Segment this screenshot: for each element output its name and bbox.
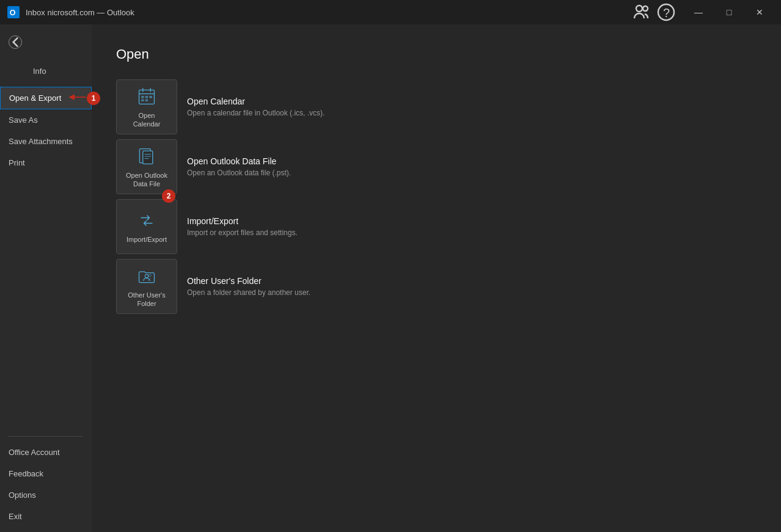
open-data-file-card[interactable]: Open OutlookData File — [116, 139, 177, 194]
sidebar-item-print[interactable]: Print — [0, 152, 92, 173]
svg-rect-12 — [145, 96, 148, 98]
open-data-file-title: Open Outlook Data File — [187, 156, 757, 166]
open-data-file-card-label: Open OutlookData File — [123, 171, 170, 189]
open-data-file-icon — [136, 145, 158, 167]
annotation-badge-1: 1 — [87, 92, 100, 105]
open-calendar-desc: Open a calendar file in Outlook (.ics, .… — [187, 109, 757, 117]
open-calendar-text: Open Calendar Open a calendar file in Ou… — [187, 97, 757, 117]
import-export-card[interactable]: Import/Export — [116, 199, 177, 254]
open-calendar-icon — [136, 86, 158, 107]
outlook-logo: O — [7, 6, 20, 18]
titlebar-title: Inbox nicrosoft.com — Outlook — [26, 8, 134, 17]
titlebar-left: O Inbox nicrosoft.com — Outlook — [7, 6, 134, 18]
titlebar: O Inbox nicrosoft.com — Outlook ? — [0, 0, 781, 24]
svg-text:O: O — [10, 9, 16, 17]
open-calendar-card-label: OpenCalendar — [131, 111, 163, 129]
sidebar-item-options[interactable]: Options — [0, 484, 92, 506]
close-button[interactable]: ✕ — [746, 2, 774, 22]
sidebar-item-save-as[interactable]: Save As — [0, 109, 92, 131]
sidebar-print-label: Print — [9, 158, 25, 167]
other-users-folder-icon — [136, 265, 158, 287]
office-account-label: Office Account — [9, 448, 60, 457]
option-row-open-calendar: OpenCalendar Open Calendar Open a calend… — [116, 79, 757, 134]
annotation-badge-2: 2 — [162, 189, 175, 203]
svg-rect-11 — [141, 96, 144, 98]
minimize-button[interactable]: — — [684, 2, 713, 22]
option-row-other-users-folder: Other User'sFolder Other User's Folder O… — [116, 259, 757, 314]
svg-point-22 — [148, 274, 151, 277]
exit-label: Exit — [9, 512, 22, 521]
sidebar-open-export-label: Open & Export — [9, 93, 61, 103]
import-export-text: Import/Export Import or export files and… — [187, 216, 757, 237]
main-layout: Info Open & Export 1 Save As — [0, 24, 781, 532]
import-export-title: Import/Export — [187, 216, 757, 226]
restore-button[interactable]: □ — [715, 2, 743, 22]
sidebar-divider — [9, 436, 83, 437]
svg-text:?: ? — [663, 6, 670, 20]
svg-rect-14 — [141, 99, 144, 101]
help-button[interactable]: ? — [656, 2, 676, 22]
other-users-folder-desc: Open a folder shared by another user. — [187, 288, 757, 297]
feedback-label: Feedback — [9, 469, 43, 478]
sidebar-item-info[interactable]: Info — [0, 55, 92, 87]
sidebar-item-save-attachments[interactable]: Save Attachments — [0, 131, 92, 152]
annotation-arrow-1 — [67, 87, 87, 109]
other-users-folder-card-label: Other User'sFolder — [125, 291, 167, 308]
sidebar-item-feedback[interactable]: Feedback — [0, 463, 92, 484]
option-row-open-data-file: Open OutlookData File Open Outlook Data … — [116, 139, 757, 194]
people-button[interactable] — [632, 2, 651, 22]
svg-rect-13 — [149, 96, 152, 98]
titlebar-icons: ? — [632, 2, 676, 22]
page-title: Open — [116, 46, 757, 62]
open-data-file-desc: Open an Outlook data file (.pst). — [187, 169, 757, 177]
open-data-file-text: Open Outlook Data File Open an Outlook d… — [187, 156, 757, 177]
option-row-import-export: Import/Export Import/Export Import or ex… — [116, 199, 757, 254]
import-export-desc: Import or export files and settings. — [187, 228, 757, 237]
open-calendar-card[interactable]: OpenCalendar — [116, 79, 177, 134]
options-label: Options — [9, 490, 36, 500]
other-users-folder-title: Other User's Folder — [187, 276, 757, 286]
sidebar-item-office-account[interactable]: Office Account — [0, 442, 92, 463]
sidebar-info-label: Info — [33, 67, 46, 76]
sidebar-save-as-label: Save As — [9, 115, 38, 125]
sidebar-item-exit[interactable]: Exit — [0, 506, 92, 527]
svg-rect-15 — [145, 99, 148, 101]
svg-point-3 — [643, 6, 648, 11]
import-export-icon — [136, 210, 158, 231]
svg-rect-17 — [143, 151, 153, 164]
import-export-card-label: Import/Export — [124, 235, 169, 244]
svg-point-2 — [636, 5, 642, 12]
back-button[interactable] — [0, 29, 92, 55]
sidebar-save-attachments-label: Save Attachments — [9, 137, 73, 146]
open-calendar-title: Open Calendar — [187, 97, 757, 106]
content-area: Open — [92, 24, 781, 532]
other-users-folder-text: Other User's Folder Open a folder shared… — [187, 276, 757, 297]
sidebar-bottom: Office Account Feedback Options Exit — [0, 431, 92, 527]
svg-point-21 — [145, 274, 148, 277]
other-users-folder-card[interactable]: Other User'sFolder — [116, 259, 177, 314]
back-circle-icon — [9, 35, 22, 49]
sidebar: Info Open & Export 1 Save As — [0, 24, 92, 532]
options-grid: OpenCalendar Open Calendar Open a calend… — [116, 79, 757, 314]
